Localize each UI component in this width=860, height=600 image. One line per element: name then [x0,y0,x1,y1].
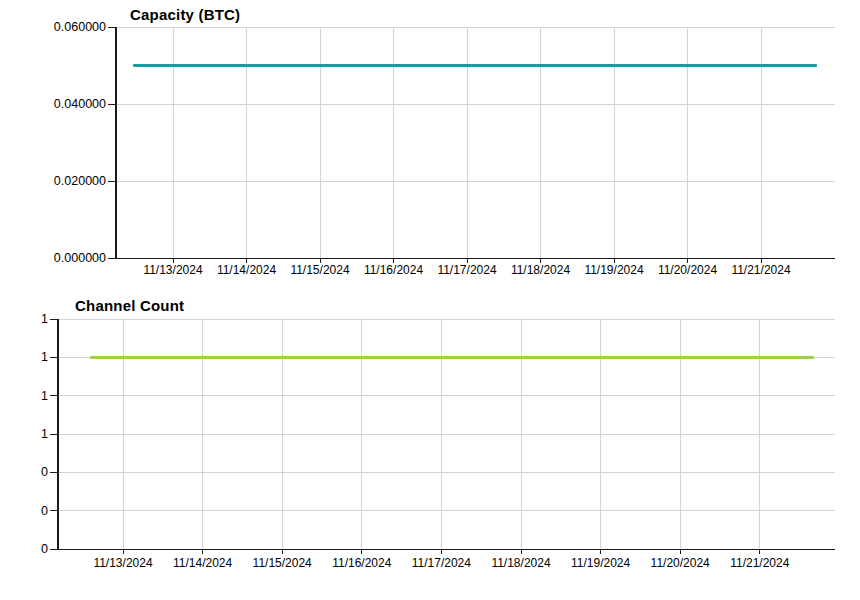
charts-panel: Capacity (BTC) 11/13/202411/14/202411/15… [0,0,860,600]
y-axis-line [57,319,59,550]
horizontal-gridline [58,434,835,435]
y-axis-tick-label: 1 [0,388,48,404]
channel-count-chart-plot: 11/13/202411/14/202411/15/202411/16/2024… [0,0,860,600]
x-axis-tick-label: 11/17/2024 [399,556,483,570]
channel-count-series-line [90,356,814,359]
y-axis-tick-label: 1 [0,311,48,327]
horizontal-gridline [58,395,835,396]
x-axis-tick-label: 11/21/2024 [718,556,802,570]
y-axis-tick-label: 1 [0,426,48,442]
x-axis-tick-label: 11/19/2024 [559,556,643,570]
x-axis-tick-label: 11/16/2024 [320,556,404,570]
y-axis-tick-label: 0 [0,541,48,557]
x-axis-tick-label: 11/18/2024 [479,556,563,570]
y-axis-tick-label: 0 [0,503,48,519]
y-axis-tick-label: 0 [0,464,48,480]
x-axis-tick-label: 11/20/2024 [638,556,722,570]
x-axis-line [58,549,835,551]
horizontal-gridline [58,510,835,511]
horizontal-gridline [58,319,835,320]
x-axis-tick-label: 11/13/2024 [81,556,165,570]
x-axis-tick-label: 11/15/2024 [240,556,324,570]
horizontal-gridline [58,472,835,473]
y-axis-tick-label: 1 [0,349,48,365]
x-axis-tick-label: 11/14/2024 [161,556,245,570]
